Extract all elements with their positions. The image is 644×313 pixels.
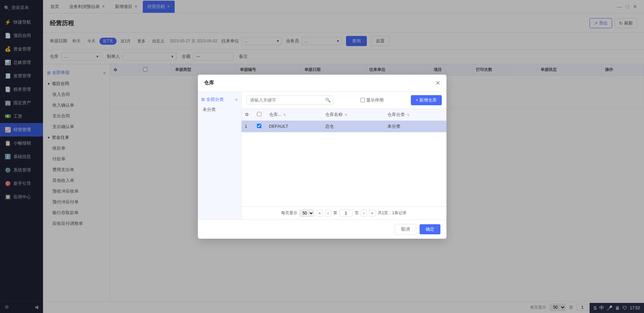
dialog-left-panel: ⊞ 全部分类 « 未分类 — [198, 92, 242, 220]
dialog-page-input[interactable] — [339, 210, 353, 217]
grid-icon-dialog: ⊞ — [201, 97, 205, 102]
system-tray: S 中 🎤 🖥 🛡 17:52 — [590, 303, 644, 313]
row-code-cell: DEFAULT — [266, 120, 322, 132]
col-cat-label: 仓库分类 — [387, 112, 405, 117]
dialog-prev-page[interactable]: ‹ — [325, 210, 331, 217]
show-disabled-text: 显示停用 — [366, 97, 384, 103]
show-disabled-checkbox[interactable] — [360, 98, 365, 102]
dialog-toolbar: 🔍 显示停用 + 新增仓库 — [242, 92, 446, 109]
category-label: 未分类 — [203, 107, 216, 112]
warehouse-dialog: 仓库 ✕ ⊞ 全部分类 « 未分类 — [198, 75, 446, 239]
tray-icon-2: 中 — [599, 305, 604, 311]
dialog-search-box: 🔍 — [246, 95, 334, 105]
dialog-col-name: 仓库名称 ⇅ — [322, 109, 384, 121]
dialog-right-panel: 🔍 显示停用 + 新增仓库 ⚙ — [242, 92, 446, 220]
col-name-sort[interactable]: ⇅ — [345, 113, 347, 117]
per-page-label: 每页显示 — [281, 210, 297, 216]
dialog-cancel-button[interactable]: 取消 — [395, 224, 416, 235]
show-disabled-label: 显示停用 — [360, 97, 384, 103]
dialog-first-page[interactable]: « — [316, 210, 323, 217]
row-checkbox[interactable] — [257, 124, 261, 128]
dialog-select-all[interactable] — [257, 112, 261, 116]
dialog-next-page[interactable]: › — [361, 210, 367, 217]
tray-time: 17:52 — [630, 306, 640, 310]
dialog-col-code: 仓库... ⇅ — [266, 109, 322, 121]
dialog-page-size-select[interactable]: 50 — [299, 209, 314, 217]
dialog-search-input[interactable] — [247, 96, 323, 104]
search-icon-dialog: 🔍 — [323, 96, 333, 104]
dialog-title: 仓库 — [204, 80, 214, 86]
row-settings-cell: 1 — [242, 120, 254, 132]
dialog-col-category: 仓库分类 ⇅ — [384, 109, 446, 121]
dialog-table: ⚙ 仓库... ⇅ 仓库名称 ⇅ — [242, 109, 446, 132]
tray-icon-3: 🎤 — [607, 305, 612, 311]
dialog-all-label: 全部分类 — [206, 96, 224, 103]
dialog-col-settings: ⚙ — [242, 109, 254, 121]
col-code-label: 仓库... — [269, 112, 282, 117]
dialog-pagination: 每页显示 50 « ‹ 算 页 › » 共1页，1条记录 — [242, 206, 446, 220]
dialog-actions: 取消 确定 — [198, 220, 446, 239]
col-code-sort[interactable]: ⇅ — [283, 113, 286, 117]
add-warehouse-button[interactable]: + 新增仓库 — [411, 95, 441, 105]
dialog-page-label: 算 — [333, 210, 337, 216]
tray-icon-4: 🖥 — [615, 305, 620, 311]
dialog-total-text: 共1页，1条记录 — [378, 210, 406, 216]
dialog-close-button[interactable]: ✕ — [435, 79, 440, 87]
dialog-collapse-btn[interactable]: « — [235, 97, 238, 102]
row-category-cell: 未分类 — [384, 120, 446, 132]
modal-overlay: 仓库 ✕ ⊞ 全部分类 « 未分类 — [0, 0, 644, 313]
col-cat-sort[interactable]: ⇅ — [407, 113, 410, 117]
dialog-page-unit: 页 — [355, 210, 359, 216]
row-checkbox-cell — [254, 120, 266, 132]
dialog-last-page[interactable]: » — [369, 210, 376, 217]
tray-icon-1: S — [594, 305, 597, 311]
dialog-header: 仓库 ✕ — [198, 75, 446, 92]
dialog-table-wrap: ⚙ 仓库... ⇅ 仓库名称 ⇅ — [242, 109, 446, 206]
dialog-left-header: ⊞ 全部分类 « — [198, 94, 241, 105]
row-name-cell: 总仓 — [322, 120, 384, 132]
dialog-body: ⊞ 全部分类 « 未分类 🔍 — [198, 92, 446, 220]
dialog-col-checkbox — [254, 109, 266, 121]
col-name-label: 仓库名称 — [325, 112, 343, 117]
dialog-left-scroll: 未分类 — [198, 105, 241, 215]
dialog-all-categories[interactable]: ⊞ 全部分类 — [201, 96, 224, 103]
dialog-category-uncategorized[interactable]: 未分类 — [198, 105, 241, 115]
table-row[interactable]: 1 DEFAULT 总仓 未分类 — [242, 120, 446, 132]
dialog-confirm-button[interactable]: 确定 — [420, 224, 440, 234]
tray-icon-5: 🛡 — [622, 305, 627, 311]
